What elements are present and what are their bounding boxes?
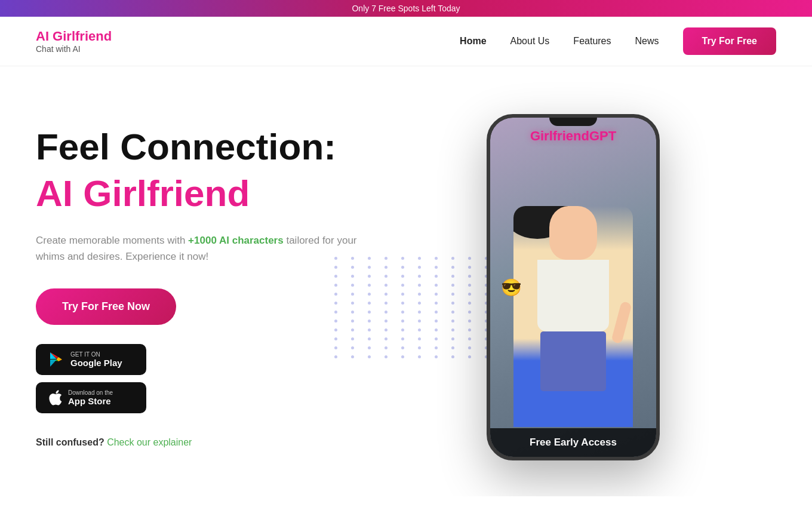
phone-screen: GirlfriendGPT 😎 Free Early Access [490,118,656,457]
dot [418,311,421,314]
dot [451,320,454,322]
girl-photo [513,206,633,427]
dot [468,284,471,287]
dot [334,320,337,322]
description-highlight: +1000 AI characters [188,235,284,246]
hero-left: Feel Connection: AI Girlfriend Create me… [36,127,370,448]
dot [451,337,454,340]
dot [451,311,454,314]
google-play-icon [48,351,64,368]
dot [334,293,337,296]
dot [385,257,387,260]
dot [468,302,471,305]
dot [334,311,337,314]
dot [351,284,354,287]
dot [401,257,404,260]
dot [334,355,337,358]
dot [435,311,438,314]
dot [401,346,404,349]
logo-subtitle: Chat with AI [36,44,112,54]
dot [368,346,371,349]
dot [435,328,438,331]
dot [435,337,438,340]
logo-title: AI Girlfriend [36,29,112,44]
phone-emoji: 😎 [501,278,522,297]
nav: Home About Us Features News Try For Free [460,27,776,55]
hero-description: Create memorable moments with +1000 AI c… [36,232,370,265]
dot [401,328,404,331]
still-confused-label: Still confused? [36,437,104,447]
dot [468,346,471,349]
dot [418,266,421,269]
headline-line2: AI Girlfriend [36,173,370,214]
hero-cta-button[interactable]: Try For Free Now [36,288,176,325]
explainer-link[interactable]: Check our explainer [107,437,192,447]
dot [451,275,454,278]
dot [418,320,421,322]
phone-mockup: GirlfriendGPT 😎 Free Early Access [487,114,660,460]
dot [351,266,354,269]
dot [334,275,337,278]
dot [385,320,387,322]
dot [351,328,354,331]
dot [401,337,404,340]
dot [418,293,421,296]
dot [451,355,454,358]
dot [368,337,371,340]
dot [385,355,387,358]
google-play-text: GET IT ON Google Play [70,351,122,368]
headline-line1: Feel Connection: [36,127,370,167]
dot [385,302,387,305]
girl-arm [611,301,632,344]
dot [401,320,404,322]
logo: AI Girlfriend Chat with AI [36,29,112,54]
dot [334,284,337,287]
dot [401,293,404,296]
dot [385,311,387,314]
header-try-free-button[interactable]: Try For Free [683,27,776,55]
phone-app-title: GirlfriendGPT [530,128,616,144]
dot [385,284,387,287]
dot [418,346,421,349]
dot [418,355,421,358]
nav-home[interactable]: Home [460,36,486,47]
dot [368,284,371,287]
dot [368,266,371,269]
description-before: Create memorable moments with [36,235,185,246]
announcement-banner: Only 7 Free Spots Left Today [0,0,812,17]
nav-news[interactable]: News [635,36,659,47]
dot [334,266,337,269]
dot [385,337,387,340]
app-store-button[interactable]: Download on the App Store [36,382,146,413]
google-play-button[interactable]: GET IT ON Google Play [36,344,146,375]
nav-features[interactable]: Features [573,36,611,47]
dot [351,293,354,296]
dot [385,293,387,296]
nav-about[interactable]: About Us [510,36,550,47]
dot [435,355,438,358]
dot [435,302,438,305]
dot [368,257,371,260]
dot [368,275,371,278]
dot [468,355,471,358]
dot [435,346,438,349]
dot [468,328,471,331]
hero-right: GirlfriendGPT 😎 Free Early Access [370,114,776,460]
dot [418,328,421,331]
svg-marker-3 [50,360,57,367]
dot [468,293,471,296]
girl-face [549,206,597,260]
dot [468,275,471,278]
dot [368,293,371,296]
dot [451,346,454,349]
dot [334,346,337,349]
dot [351,337,354,340]
dot [451,293,454,296]
dot [351,302,354,305]
google-play-large: Google Play [70,358,122,368]
girl-top [537,260,609,331]
dot [468,311,471,314]
dot [385,266,387,269]
store-buttons: GET IT ON Google Play Download on the Ap… [36,344,370,413]
girl-bottom [540,331,606,391]
